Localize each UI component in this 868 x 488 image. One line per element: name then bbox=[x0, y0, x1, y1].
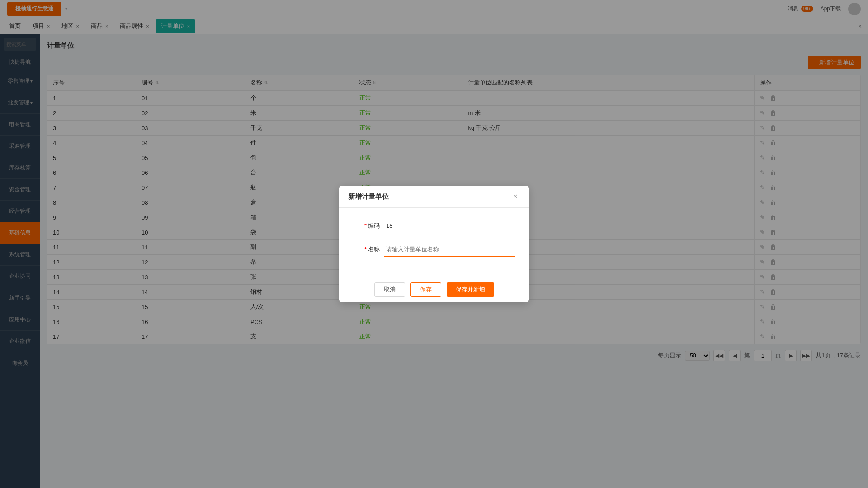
modal-header: 新增计量单位 × bbox=[339, 186, 529, 208]
name-input[interactable] bbox=[384, 242, 515, 257]
code-input[interactable] bbox=[384, 219, 515, 233]
modal-close-button[interactable]: × bbox=[511, 192, 520, 201]
modal-body: *编码 *名称 bbox=[339, 208, 529, 277]
name-form-row: *名称 bbox=[353, 242, 515, 257]
modal-title: 新增计量单位 bbox=[348, 192, 389, 201]
save-and-new-button[interactable]: 保存并新增 bbox=[447, 282, 494, 297]
modal-overlay: 新增计量单位 × *编码 *名称 取消 保存 保存并新增 bbox=[0, 0, 868, 488]
cancel-button[interactable]: 取消 bbox=[374, 282, 405, 297]
add-unit-modal: 新增计量单位 × *编码 *名称 取消 保存 保存并新增 bbox=[339, 186, 529, 302]
modal-footer: 取消 保存 保存并新增 bbox=[339, 277, 529, 302]
code-form-row: *编码 bbox=[353, 219, 515, 233]
code-label: *编码 bbox=[353, 222, 380, 230]
save-button[interactable]: 保存 bbox=[410, 282, 441, 297]
required-star-name: * bbox=[364, 246, 367, 253]
name-label: *名称 bbox=[353, 245, 380, 253]
required-star: * bbox=[364, 222, 367, 229]
